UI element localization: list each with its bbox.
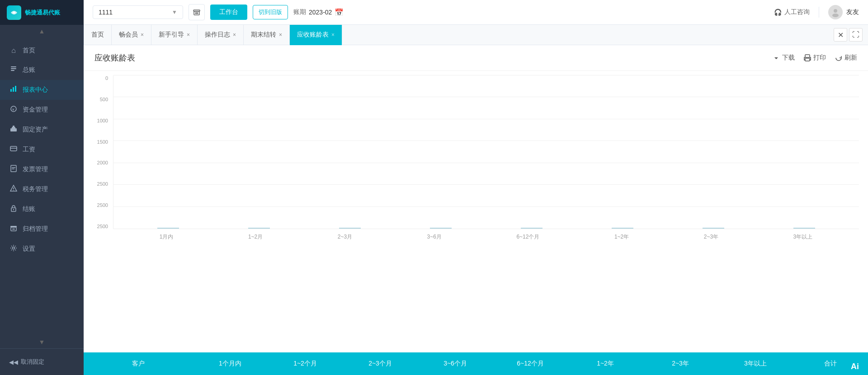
tab-aging[interactable]: 应收账龄表 × [290,25,342,45]
sidebar-item-payroll[interactable]: 工资 [0,140,84,159]
user-info[interactable]: 友友 [828,5,859,19]
pin-icon: ◀◀ [9,359,18,366]
maximize-tab-btn[interactable]: ⛶ [849,28,863,42]
cancel-fixed-label: 取消固定 [21,358,44,366]
sidebar-logo: 畅捷通易代账 [0,0,84,25]
svg-rect-1 [11,68,16,69]
svg-text:¥: ¥ [12,108,14,112]
svg-point-18 [13,190,14,191]
tab-member-label: 畅会员 [119,31,138,39]
chart-plot [113,75,859,229]
company-selector[interactable]: 1111 ▼ [93,5,183,19]
sidebar-item-home-label: 首页 [23,47,35,55]
ai-label: Ai [851,362,859,371]
divider [819,7,819,18]
tabs-actions: ✕ ⛶ [828,28,868,42]
refresh-btn[interactable]: 刷新 [835,54,857,62]
period-info: 账期 2023-02 📅 [293,8,344,17]
bar-group-6-12month [521,228,542,229]
payroll-icon [9,145,18,154]
y-label-2500-mid1: 2500 [93,181,111,187]
sidebar-item-assets-label: 固定资产 [23,126,48,134]
refresh-label: 刷新 [844,54,857,62]
cancel-fixed-btn[interactable]: ◀◀ 取消固定 [0,353,84,370]
sidebar-footer: ◀◀ 取消固定 [0,348,84,375]
tab-period-end-close[interactable]: × [279,32,282,38]
sidebar-item-settings[interactable]: 设置 [0,239,84,259]
svg-rect-4 [13,87,14,92]
y-label-500: 500 [93,97,111,102]
svg-rect-10 [13,126,14,127]
bar-group-1-2year [612,228,633,229]
sidebar-item-settings-label: 设置 [23,245,35,253]
period-label: 账期 [293,8,306,16]
sidebar-item-tax[interactable]: 税务管理 [0,179,84,199]
close-tab-btn[interactable]: ✕ [834,28,847,42]
th-6-12month: 6~12个月 [493,360,568,368]
calendar-icon[interactable]: 📅 [335,8,344,17]
ai-badge[interactable]: Ai [842,358,868,375]
logo-icon [7,5,21,20]
ledger-icon [9,66,18,75]
content-area: 应收账龄表 下载 打印 刷新 250 [84,45,868,375]
bar-3plus-year [793,228,815,229]
svg-rect-5 [15,86,16,92]
sidebar-item-archive[interactable]: 归档管理 [0,219,84,239]
sidebar-item-invoice[interactable]: 发票管理 [0,159,84,179]
sidebar-item-funds[interactable]: ¥ 资金管理 [0,100,84,120]
download-icon [773,54,780,61]
sidebar-item-funds-label: 资金管理 [23,106,48,114]
user-name: 友友 [846,8,859,16]
home-icon: ⌂ [9,47,18,55]
tab-aging-close[interactable]: × [331,32,335,38]
consultation-label: 人工咨询 [784,8,810,16]
sidebar-item-closing[interactable]: 结账 [0,199,84,219]
svg-rect-0 [11,66,16,67]
workbench-button[interactable]: 工作台 [210,5,247,20]
tab-member[interactable]: 畅会员 × [112,25,151,45]
tab-guide[interactable]: 新手引导 × [151,25,198,45]
sidebar-item-ledger[interactable]: 总账 [0,60,84,80]
tab-member-close[interactable]: × [141,32,144,38]
bar-1month [157,228,179,229]
chart-y-axis: 2500 2500 2500 2000 1500 1000 500 0 [93,75,111,229]
y-label-0: 0 [93,75,111,81]
scroll-down-arrow[interactable]: ▼ [35,338,49,347]
download-btn[interactable]: 下载 [773,54,795,62]
archive-btn[interactable] [189,4,205,20]
print-btn[interactable]: 打印 [804,54,826,62]
scroll-up-arrow[interactable]: ▲ [35,27,49,36]
y-label-1000: 1000 [93,118,111,123]
tab-log[interactable]: 操作日志 × [198,25,244,45]
bar-1-2year [612,228,633,229]
tab-log-close[interactable]: × [233,32,236,38]
tab-log-label: 操作日志 [205,31,230,39]
x-label-1month: 1月内 [160,231,174,243]
tab-guide-label: 新手引导 [159,31,184,39]
sidebar-item-archive-label: 归档管理 [23,225,48,233]
x-label-1-2year: 1~2年 [614,231,629,243]
tab-guide-close[interactable]: × [187,32,190,38]
th-1-2year: 1~2年 [568,360,643,368]
sidebar-item-assets[interactable]: 固定资产 [0,120,84,140]
x-label-2-3month: 2~3月 [338,231,352,243]
closing-icon [9,205,18,214]
bar-6-12month [521,228,542,229]
assets-icon [9,125,18,134]
sidebar-item-payroll-label: 工资 [23,145,35,154]
tab-home[interactable]: 首页 [84,25,112,45]
sidebar-item-home[interactable]: ⌂ 首页 [0,41,84,60]
page-title: 应收账龄表 [94,52,135,63]
th-3-6month: 3~6个月 [418,360,493,368]
svg-rect-30 [805,55,810,57]
period-value: 2023-02 [309,9,332,16]
switch-version-button[interactable]: 切到旧版 [253,5,288,19]
th-1month: 1个月内 [193,360,268,368]
tab-period-end[interactable]: 期末结转 × [244,25,290,45]
sidebar-item-report[interactable]: 报表中心 [0,80,84,100]
th-1-2month: 1~2个月 [268,360,343,368]
svg-point-24 [13,247,15,249]
x-label-3-6month: 3~6月 [427,231,442,243]
sidebar-item-tax-label: 税务管理 [23,185,48,193]
consultation-btn[interactable]: 🎧 人工咨询 [774,8,810,16]
